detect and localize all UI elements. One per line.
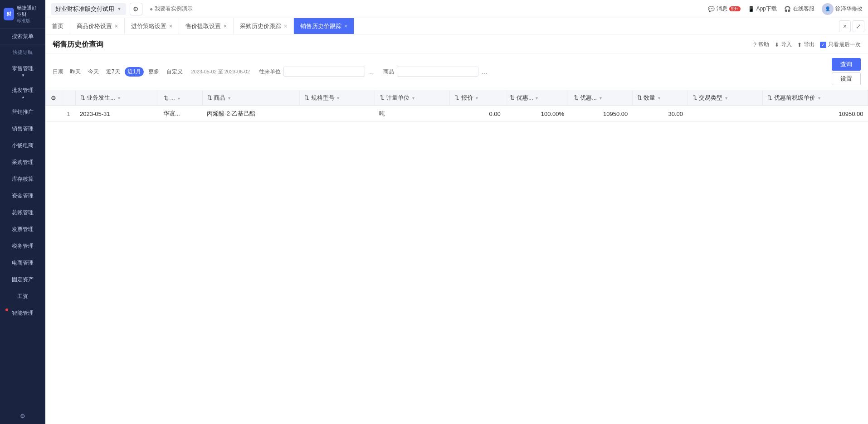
col-pretax-price-menu[interactable]: ▾ xyxy=(818,96,820,101)
workspace-gear-btn[interactable]: ⚙ xyxy=(130,3,142,15)
col-spec[interactable]: ⇅ 规格型号 ▾ xyxy=(299,90,375,106)
date-options: 昨天 今天 近7天 近1月 更多 自定义 xyxy=(67,67,185,77)
online-support-btn[interactable]: 🎧 在线客服 xyxy=(784,5,814,13)
tab-sale-history[interactable]: 销售历史价跟踪 × xyxy=(294,18,354,34)
main-area: 好业财标准版交付试用 ▼ ⚙ ● 我要看实例演示 💬 消息 99+ 📱 App下… xyxy=(45,0,868,424)
tabs-bar: 首页 商品价格设置 × 进价策略设置 × 售价提取设置 × 采购历史价跟踪 × … xyxy=(45,18,868,34)
col-pretax-price[interactable]: ⇅ 优惠前税级单价 ▾ xyxy=(763,90,868,106)
sidebar-search[interactable]: 搜索菜单 xyxy=(0,29,45,44)
goods-more-btn[interactable]: … xyxy=(481,68,488,75)
col-qty-menu[interactable]: ▾ xyxy=(658,96,660,101)
row-biz-date: 2023-05-31 xyxy=(75,106,159,122)
messages-badge: 99+ xyxy=(729,6,741,11)
goods-filter-group: 商品 … xyxy=(383,67,488,77)
col-more[interactable]: ⇅ ... ▾ xyxy=(159,90,202,106)
col-discount-amt-menu[interactable]: ▾ xyxy=(600,96,602,101)
col-gear[interactable]: ⚙ xyxy=(45,90,62,106)
sidebar-item-marketing[interactable]: 营销推广 xyxy=(0,104,45,120)
workspace-selector[interactable]: 好业财标准版交付试用 ▼ xyxy=(51,3,126,15)
sidebar-item-ecommerce-small[interactable]: 小畅电商 xyxy=(0,137,45,154)
user-menu-btn[interactable]: 👤 徐泽华修改 xyxy=(822,3,863,15)
col-quote[interactable]: ⇅ 报价 ▾ xyxy=(450,90,505,106)
tab-home[interactable]: 首页 xyxy=(45,18,70,34)
partner-filter-group: 往来单位 … xyxy=(259,67,374,77)
tab-purchase-history[interactable]: 采购历史价跟踪 × xyxy=(234,18,294,34)
demo-link[interactable]: ● 我要看实例演示 xyxy=(150,5,193,13)
topbar-right: 💬 消息 99+ 📱 App下载 🎧 在线客服 👤 徐泽华修改 xyxy=(708,3,863,15)
export-btn[interactable]: ⬆ 导出 xyxy=(797,41,814,48)
col-discount-pct-menu[interactable]: ▾ xyxy=(536,96,538,101)
sidebar-item-retail[interactable]: 零售管理 xyxy=(0,60,45,82)
query-btn[interactable]: 查询 xyxy=(832,58,861,71)
help-btn[interactable]: ? 帮助 xyxy=(753,41,769,48)
col-trade-type-menu[interactable]: ▾ xyxy=(725,96,727,101)
setting-btn[interactable]: 设置 xyxy=(832,72,861,85)
sidebar-item-ecommerce[interactable]: 电商管理 xyxy=(0,255,45,271)
tab-sale-history-close[interactable]: × xyxy=(344,23,347,29)
sidebar-item-wholesale[interactable]: 批发管理 xyxy=(0,82,45,104)
sidebar-item-invoice[interactable]: 发票管理 xyxy=(0,221,45,238)
sidebar-item-inventory[interactable]: 库存核算 xyxy=(0,171,45,188)
only-last-checkbox-label[interactable]: ✓ 只看最后一次 xyxy=(820,41,861,48)
col-quote-menu[interactable]: ▾ xyxy=(476,96,478,101)
tab-purchase-strategy[interactable]: 进价策略设置 × xyxy=(125,18,179,34)
col-unit-menu[interactable]: ▾ xyxy=(412,96,414,101)
workspace-label: 好业财标准版交付试用 xyxy=(55,5,114,13)
help-icon: ? xyxy=(753,42,756,48)
table-row[interactable]: 1 2023-05-31 华谊... 丙烯酸-2-乙基己酯 吨 0.00 100… xyxy=(45,106,868,122)
col-biz-date-menu[interactable]: ▾ xyxy=(118,96,120,101)
sidebar-item-sales[interactable]: 销售管理 xyxy=(0,120,45,137)
col-goods-menu[interactable]: ▾ xyxy=(228,96,230,101)
app-logo-icon: 财 xyxy=(4,8,14,20)
date-yesterday[interactable]: 昨天 xyxy=(67,67,83,77)
sidebar-item-tax[interactable]: 税务管理 xyxy=(0,238,45,255)
date-more[interactable]: 更多 xyxy=(146,67,162,77)
row-discount-pct: 100.00% xyxy=(505,106,569,122)
date-today[interactable]: 今天 xyxy=(85,67,102,77)
page-header-actions: ? 帮助 ⬇ 导入 ⬆ 导出 ✓ 只看最后一次 xyxy=(753,41,861,48)
sidebar-item-purchase[interactable]: 采购管理 xyxy=(0,154,45,171)
col-trade-type[interactable]: ⇅ 交易类型 ▾ xyxy=(688,90,763,106)
row-index: 1 xyxy=(62,106,75,122)
row-quote: 0.00 xyxy=(450,106,505,122)
goods-input[interactable] xyxy=(397,67,478,77)
user-avatar: 👤 xyxy=(822,3,834,15)
tab-sale-price-close[interactable]: × xyxy=(224,23,227,29)
col-discount-amt[interactable]: ⇅ 优惠... ▾ xyxy=(569,90,632,106)
tab-purchase-history-close[interactable]: × xyxy=(284,23,287,29)
sidebar-item-assets[interactable]: 固定资产 xyxy=(0,271,45,288)
topbar: 好业财标准版交付试用 ▼ ⚙ ● 我要看实例演示 💬 消息 99+ 📱 App下… xyxy=(45,0,868,18)
sidebar-item-quick-nav: 快捷导航 xyxy=(0,44,45,60)
tab-price[interactable]: 商品价格设置 × xyxy=(70,18,125,34)
tab-expand-btn[interactable]: ⤢ xyxy=(853,20,864,32)
import-btn[interactable]: ⬇ 导入 xyxy=(775,41,792,48)
partner-more-btn[interactable]: … xyxy=(368,68,374,75)
sidebar-item-ledger[interactable]: 总账管理 xyxy=(0,204,45,221)
tab-purchase-strategy-close[interactable]: × xyxy=(169,23,172,29)
messages-btn[interactable]: 💬 消息 99+ xyxy=(708,5,741,13)
app-logo-text: 畅捷通好业财 标准版 xyxy=(17,5,42,24)
date-last7[interactable]: 近7天 xyxy=(103,67,123,77)
sidebar-item-smart[interactable]: 智能管理 xyxy=(0,305,45,322)
col-more-menu[interactable]: ▾ xyxy=(178,96,180,101)
col-biz-date[interactable]: ⇅ 业务发生... ▾ xyxy=(75,90,159,106)
col-unit[interactable]: ⇅ 计量单位 ▾ xyxy=(375,90,450,106)
sort-icon-2: ⇅ xyxy=(164,95,169,101)
app-download-btn[interactable]: 📱 App下载 xyxy=(748,5,777,13)
col-discount-pct[interactable]: ⇅ 优惠... ▾ xyxy=(505,90,569,106)
only-last-checkbox[interactable]: ✓ xyxy=(820,42,826,48)
col-goods[interactable]: ⇅ 商品 ▾ xyxy=(202,90,299,106)
sidebar-item-finance[interactable]: 资金管理 xyxy=(0,188,45,204)
partner-input[interactable] xyxy=(283,67,365,77)
tab-sale-price[interactable]: 售价提取设置 × xyxy=(179,18,234,34)
col-qty[interactable]: ⇅ 数量 ▾ xyxy=(632,90,688,106)
sidebar-item-payroll[interactable]: 工资 xyxy=(0,288,45,305)
row-spec xyxy=(299,106,375,122)
tab-price-close[interactable]: × xyxy=(115,23,118,29)
sidebar-settings-btn[interactable]: ⚙ xyxy=(0,408,45,424)
col-spec-menu[interactable]: ▾ xyxy=(337,96,339,101)
page-header: 销售历史价查询 ? 帮助 ⬇ 导入 ⬆ 导出 ✓ 只看最后一次 xyxy=(45,34,868,53)
date-last1month[interactable]: 近1月 xyxy=(125,67,144,77)
tab-close-btn[interactable]: × xyxy=(839,20,851,32)
date-custom[interactable]: 自定义 xyxy=(164,67,185,77)
